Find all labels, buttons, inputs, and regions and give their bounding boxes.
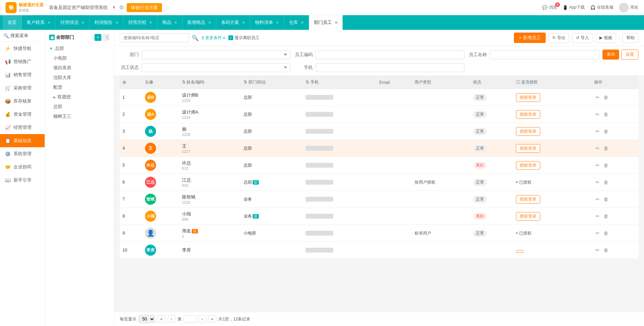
edit-btn[interactable]: ✏ (594, 230, 601, 237)
empname-filter-input[interactable] (490, 50, 600, 59)
nav-history[interactable]: 经营历程 ✕ (124, 15, 157, 30)
edit-btn[interactable]: ✏ (594, 128, 601, 135)
dept-item-nanshu[interactable]: 楠树王三 (45, 112, 114, 121)
edit-btn[interactable]: ✏ (594, 213, 601, 220)
th-phone[interactable]: ⇅ 手机 (303, 76, 377, 89)
menu-item-marketing[interactable]: 📢 营销推广 (0, 55, 45, 68)
menu-item-guide[interactable]: 📖 新手引导 (0, 174, 45, 187)
import-button[interactable]: ↺ 导入 (572, 33, 593, 43)
edit-btn[interactable]: ✏ (594, 145, 601, 152)
menu-item-finance[interactable]: 💰 资金管理 (0, 108, 45, 121)
user-action[interactable]: 用友 (619, 3, 638, 12)
th-name-code[interactable]: ⇅ 姓名/编码 (179, 76, 241, 89)
delete-btn[interactable]: 🗑 (602, 111, 610, 118)
edit-btn[interactable]: ✏ (594, 196, 601, 203)
delete-btn[interactable]: 🗑 (602, 213, 610, 220)
nav-close-employees[interactable]: ✕ (335, 20, 338, 25)
nav-warehouse[interactable]: 仓库 ✕ (284, 15, 309, 30)
dept-add-btn[interactable]: + (94, 34, 101, 41)
delete-btn[interactable]: 🗑 (602, 179, 610, 186)
auth-login-btn[interactable]: 授权登录 (516, 161, 540, 170)
nav-close-customers[interactable]: ✕ (47, 20, 51, 25)
nav-close-warehouse[interactable]: ✕ (301, 20, 304, 25)
nav-bom[interactable]: 物料清单 ✕ (250, 15, 284, 30)
export-button[interactable]: ↻ 导出 (548, 33, 569, 43)
nav-employees[interactable]: 部门员工 ✕ (309, 15, 343, 30)
edit-btn[interactable]: ✏ (594, 94, 601, 101)
auth-login-btn[interactable]: 授权登录 (516, 110, 540, 119)
nav-close-bom[interactable]: ✕ (276, 20, 279, 25)
dept-filter-select[interactable] (142, 50, 290, 59)
message-action[interactable]: 💬 消息 6 (542, 5, 557, 10)
th-dept-position[interactable]: ⇅ 部门/职位 (241, 76, 303, 89)
auth-login-btn[interactable]: 授权登录 (516, 93, 540, 102)
video-button[interactable]: ▶ 视频 (596, 33, 616, 43)
delete-btn[interactable]: 🗑 (602, 162, 610, 169)
search-filter-btn[interactable]: 查询 (602, 50, 619, 60)
nav-home[interactable]: 首页 (3, 15, 22, 30)
edit-btn[interactable]: ✏ (594, 179, 601, 186)
dept-item-peihuo[interactable]: 配货 (45, 82, 114, 92)
menu-item-purchase[interactable]: 🛒 采购管理 (0, 81, 45, 95)
more-filter[interactable]: ⊻ 更多条件 ∧ (201, 35, 226, 41)
nav-customers[interactable]: 客户联系 ✕ (22, 15, 56, 30)
edit-btn[interactable]: ✏ (594, 247, 601, 254)
show-resigned-toggle[interactable]: ✓ 显示离职员工 (228, 35, 260, 41)
menu-item-system[interactable]: ⚙️ 系统管理 (0, 147, 45, 160)
nav-close-ops[interactable]: ✕ (81, 20, 84, 25)
experience-button[interactable]: 体验行业方案 (127, 3, 162, 12)
nav-goods[interactable]: 商品 ✕ (157, 15, 182, 30)
status-filter-select[interactable] (142, 63, 290, 72)
delete-btn[interactable]: 🗑 (602, 128, 610, 135)
dept-item-zongbu-root[interactable]: ▼ 总部 (45, 44, 114, 53)
dept-collapse-btn[interactable]: 《 (103, 34, 110, 41)
last-page-btn[interactable]: » (208, 315, 217, 323)
prev-page-btn[interactable]: ‹ (168, 315, 175, 323)
menu-item-sales[interactable]: 📊 销售管理 (0, 68, 45, 81)
nav-new-goods[interactable]: 新增商品 ✕ (182, 15, 216, 30)
dept-item-shenyang[interactable]: 沈阳大库 (45, 73, 114, 82)
search-input[interactable] (120, 33, 189, 42)
app-download-action[interactable]: 📱 App下载 (563, 5, 585, 10)
menu-item-collaboration[interactable]: 🤝 企业协同 (0, 160, 45, 174)
dept-item-xiaodianbu[interactable]: 小电部 (45, 53, 114, 63)
help-button[interactable]: 帮助 (623, 33, 638, 43)
empcode-filter-input[interactable] (316, 50, 464, 59)
menu-item-inventory[interactable]: 📦 库存核算 (0, 95, 45, 108)
dept-item-shuanglu[interactable]: ▶ 双鹿想 (45, 92, 114, 102)
nav-close-goods[interactable]: ✕ (174, 20, 177, 25)
menu-item-basic-info[interactable]: 📋 基础信息 (0, 134, 45, 147)
dept-item-zongbu-sub[interactable]: 总部 (45, 102, 114, 112)
auth-login-btn[interactable]: 授权登录 (516, 127, 540, 136)
nav-close-history[interactable]: ✕ (149, 20, 152, 25)
delete-btn[interactable]: 🗑 (602, 247, 610, 254)
add-employee-button[interactable]: + 新增员工 (514, 33, 545, 43)
menu-item-shortcuts[interactable]: ⚡ 快捷导航 (0, 42, 45, 55)
page-input[interactable]: 1 (184, 315, 196, 323)
set-btn[interactable]: 设置 (621, 50, 638, 60)
nav-close-newgoods[interactable]: ✕ (208, 20, 211, 25)
nav-profit[interactable]: 利润报告 ✕ (90, 15, 124, 30)
th-settings[interactable]: ⚙ (120, 76, 142, 89)
delete-btn[interactable]: 🗑 (602, 145, 610, 152)
settings-icon[interactable]: ⚙ (119, 4, 124, 11)
dept-item-project[interactable]: 项目库房 (45, 63, 114, 73)
first-page-btn[interactable]: « (157, 315, 166, 323)
nav-close-barcode[interactable]: ✕ (242, 20, 245, 25)
dropdown-icon[interactable]: ▼ (112, 5, 116, 10)
nav-close-profit[interactable]: ✕ (115, 20, 118, 25)
delete-btn[interactable]: 🗑 (602, 94, 610, 101)
nav-operations[interactable]: 经营情况 ✕ (56, 15, 90, 30)
online-service-action[interactable]: 🎧 在线客服 (590, 5, 614, 10)
next-page-btn[interactable]: › (198, 315, 206, 323)
edit-btn[interactable]: ✏ (594, 162, 601, 169)
auth-login-btn[interactable]: 授权登录 (516, 195, 540, 204)
menu-item-operations[interactable]: 📈 经营管理 (0, 121, 45, 134)
auth-login-btn[interactable] (516, 250, 524, 253)
delete-btn[interactable]: 🗑 (602, 230, 610, 237)
edit-btn[interactable]: ✏ (594, 111, 601, 118)
auth-login-btn[interactable]: 授权登录 (516, 144, 540, 153)
delete-btn[interactable]: 🗑 (602, 196, 610, 203)
auth-login-btn[interactable]: 授权登录 (516, 212, 540, 221)
page-size-select[interactable]: 50 (138, 315, 155, 323)
